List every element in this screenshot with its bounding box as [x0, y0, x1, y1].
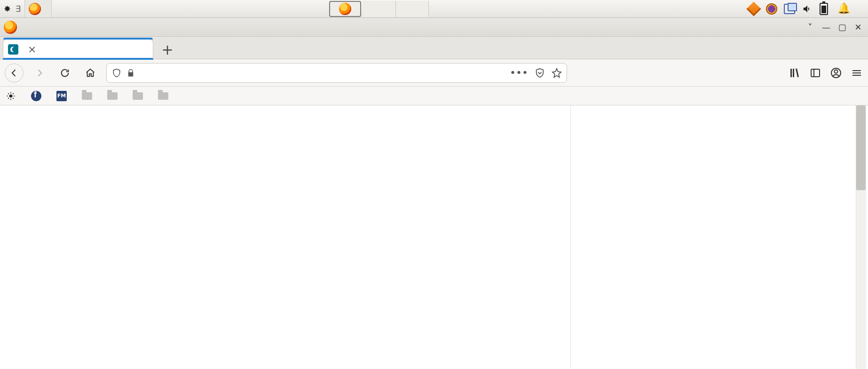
battery-indicator[interactable] [820, 3, 831, 15]
firefox-icon [4, 21, 17, 34]
back-button[interactable] [5, 64, 24, 82]
window-minimize-button[interactable]: — [818, 20, 834, 34]
volume-icon[interactable] [802, 3, 813, 15]
bookmark-user-communities[interactable] [107, 92, 121, 100]
sidebar-icon[interactable] [809, 66, 822, 80]
folder-icon [133, 92, 143, 100]
tray-updates-icon[interactable] [766, 3, 777, 15]
svg-point-3 [9, 94, 13, 97]
window-controls: ˅ — ▢ ✕ [802, 20, 866, 34]
star-gear-icon [6, 91, 16, 101]
applications-icon: ✸ [4, 4, 11, 14]
download-list [105, 105, 570, 369]
svg-rect-0 [811, 69, 820, 77]
window-close-button[interactable]: ✕ [850, 20, 866, 34]
url-bar-actions: ••• [510, 67, 562, 79]
account-icon[interactable] [829, 66, 843, 80]
bookmark-most-visited[interactable] [6, 91, 20, 101]
home-button[interactable] [81, 64, 100, 82]
browser-tab[interactable]: × [3, 39, 153, 59]
taskbar-empty-slots [363, 1, 429, 17]
page-actions-icon[interactable]: ••• [510, 67, 528, 79]
network-icon[interactable] [784, 3, 795, 15]
fm-icon: FM [56, 91, 67, 101]
applications-chevron-icon: ∃ [16, 4, 21, 14]
bookmark-star-icon[interactable] [552, 68, 562, 78]
folder-icon [158, 92, 168, 100]
scrollbar-thumb[interactable] [856, 105, 866, 190]
window-minimize-down-icon[interactable]: ˅ [802, 20, 818, 34]
system-tray: 🔔 [748, 0, 868, 17]
taskbar-active-window[interactable] [329, 1, 361, 17]
forward-button[interactable] [30, 64, 49, 82]
applications-menu[interactable]: ✸ ∃ [0, 0, 25, 17]
page-viewport [0, 105, 868, 369]
bookmark-fedora-docs[interactable] [31, 91, 45, 101]
hamburger-menu-icon[interactable] [850, 66, 863, 80]
window-maximize-button[interactable]: ▢ [834, 20, 850, 34]
window-titlebar: ˅ — ▢ ✕ [0, 18, 868, 37]
tracking-protection-icon[interactable] [111, 68, 122, 78]
battery-icon [820, 3, 828, 15]
desktop-panel: ✸ ∃ 🔔 [0, 0, 868, 18]
folder-icon [107, 92, 118, 100]
page-sidebar [570, 105, 805, 369]
navigation-toolbar: ••• [0, 59, 868, 87]
tray-app-icon[interactable] [748, 3, 759, 15]
url-bar[interactable]: ••• [106, 63, 567, 83]
bookmark-fedora-magazine[interactable]: FM [56, 91, 71, 101]
taskbar-slot[interactable] [396, 1, 429, 17]
taskbar-item-firefox[interactable] [25, 0, 52, 17]
taskbar-slot[interactable] [363, 1, 396, 17]
lock-icon[interactable] [126, 69, 135, 77]
pocket-icon[interactable] [535, 68, 545, 78]
svg-point-2 [835, 70, 838, 73]
bookmark-red-hat[interactable] [133, 92, 147, 100]
toolbar-right [788, 66, 863, 80]
bookmark-fedora-project[interactable] [82, 92, 96, 100]
notifications-icon[interactable]: 🔔 [837, 2, 850, 14]
bookmarks-toolbar: FM [0, 87, 868, 105]
tab-favicon-icon [8, 44, 18, 55]
fedora-icon [31, 91, 41, 101]
tab-close-button[interactable]: × [28, 44, 36, 55]
reload-button[interactable] [55, 64, 74, 82]
firefox-icon [29, 3, 41, 15]
firefox-window: ˅ — ▢ ✕ × + [0, 18, 868, 369]
folder-icon [82, 92, 92, 100]
library-icon[interactable] [788, 66, 801, 80]
new-tab-button[interactable]: + [158, 40, 177, 59]
bookmark-free-content[interactable] [158, 92, 172, 100]
tab-bar: × + [0, 37, 868, 59]
firefox-icon [339, 3, 351, 15]
